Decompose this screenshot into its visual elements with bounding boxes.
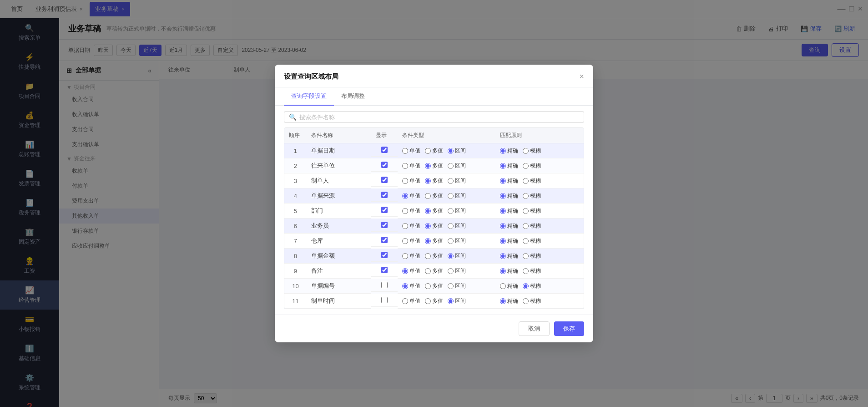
type-radio-多值-11[interactable] xyxy=(425,298,431,304)
type-radio-多值-1[interactable] xyxy=(425,148,431,154)
type-option-单值-1[interactable]: 单值 xyxy=(402,147,420,155)
match-option-模糊-8[interactable]: 模糊 xyxy=(523,252,541,260)
type-radio-单值-3[interactable] xyxy=(402,178,408,184)
match-option-模糊-1[interactable]: 模糊 xyxy=(523,147,541,155)
modal-close-icon[interactable]: × xyxy=(579,72,584,87)
type-option-单值-4[interactable]: 单值 xyxy=(402,192,420,200)
match-radio-精确-1[interactable] xyxy=(500,148,506,154)
type-radio-单值-5[interactable] xyxy=(402,208,408,214)
type-radio-单值-4[interactable] xyxy=(402,193,408,199)
type-option-多值-8[interactable]: 多值 xyxy=(425,252,443,260)
type-option-区间-10[interactable]: 区间 xyxy=(448,282,466,290)
type-radio-单值-1[interactable] xyxy=(402,148,408,154)
match-option-模糊-4[interactable]: 模糊 xyxy=(523,192,541,200)
type-radio-区间-11[interactable] xyxy=(448,298,454,304)
show-checkbox-2[interactable] xyxy=(381,162,388,168)
type-option-多值-10[interactable]: 多值 xyxy=(425,282,443,290)
match-radio-模糊-8[interactable] xyxy=(523,253,529,259)
show-checkbox-3[interactable] xyxy=(381,177,388,183)
type-option-区间-11[interactable]: 区间 xyxy=(448,297,466,305)
type-option-区间-4[interactable]: 区间 xyxy=(448,192,466,200)
match-radio-模糊-5[interactable] xyxy=(523,208,529,214)
type-option-区间-8[interactable]: 区间 xyxy=(448,252,466,260)
match-option-精确-8[interactable]: 精确 xyxy=(500,252,518,260)
show-checkbox-9[interactable] xyxy=(381,267,388,273)
cancel-button[interactable]: 取消 xyxy=(519,321,550,336)
type-option-多值-6[interactable]: 多值 xyxy=(425,222,443,230)
type-option-单值-11[interactable]: 单值 xyxy=(402,297,420,305)
match-option-精确-9[interactable]: 精确 xyxy=(500,267,518,275)
save-button[interactable]: 保存 xyxy=(554,321,584,336)
match-radio-模糊-10[interactable] xyxy=(523,283,529,289)
match-option-模糊-3[interactable]: 模糊 xyxy=(523,177,541,185)
tab-layout-adjust[interactable]: 布局调整 xyxy=(334,87,372,106)
match-radio-精确-2[interactable] xyxy=(500,163,506,169)
type-radio-单值-9[interactable] xyxy=(402,268,408,274)
type-option-单值-2[interactable]: 单值 xyxy=(402,162,420,170)
type-radio-多值-9[interactable] xyxy=(425,268,431,274)
match-radio-模糊-2[interactable] xyxy=(523,163,529,169)
match-radio-模糊-7[interactable] xyxy=(523,238,529,244)
type-option-多值-9[interactable]: 多值 xyxy=(425,267,443,275)
type-option-区间-3[interactable]: 区间 xyxy=(448,177,466,185)
tab-query-fields[interactable]: 查询字段设置 xyxy=(284,87,334,106)
type-option-区间-9[interactable]: 区间 xyxy=(448,267,466,275)
match-option-模糊-2[interactable]: 模糊 xyxy=(523,162,541,170)
match-radio-精确-7[interactable] xyxy=(500,238,506,244)
match-option-模糊-5[interactable]: 模糊 xyxy=(523,207,541,215)
type-option-单值-3[interactable]: 单值 xyxy=(402,177,420,185)
match-radio-模糊-1[interactable] xyxy=(523,148,529,154)
type-radio-区间-10[interactable] xyxy=(448,283,454,289)
type-option-区间-5[interactable]: 区间 xyxy=(448,207,466,215)
match-option-模糊-11[interactable]: 模糊 xyxy=(523,297,541,305)
type-option-区间-2[interactable]: 区间 xyxy=(448,162,466,170)
type-radio-单值-6[interactable] xyxy=(402,223,408,229)
type-radio-区间-1[interactable] xyxy=(448,148,454,154)
type-option-区间-6[interactable]: 区间 xyxy=(448,222,466,230)
show-checkbox-8[interactable] xyxy=(381,252,388,258)
show-checkbox-4[interactable] xyxy=(381,192,388,198)
match-option-精确-4[interactable]: 精确 xyxy=(500,192,518,200)
match-radio-精确-5[interactable] xyxy=(500,208,506,214)
type-option-多值-11[interactable]: 多值 xyxy=(425,297,443,305)
type-option-区间-7[interactable]: 区间 xyxy=(448,237,466,245)
type-option-多值-1[interactable]: 多值 xyxy=(425,147,443,155)
condition-search-input[interactable] xyxy=(299,114,579,121)
type-radio-单值-2[interactable] xyxy=(402,163,408,169)
match-option-精确-3[interactable]: 精确 xyxy=(500,177,518,185)
type-radio-区间-2[interactable] xyxy=(448,163,454,169)
match-option-精确-7[interactable]: 精确 xyxy=(500,237,518,245)
type-radio-多值-8[interactable] xyxy=(425,253,431,259)
type-option-多值-5[interactable]: 多值 xyxy=(425,207,443,215)
type-option-多值-3[interactable]: 多值 xyxy=(425,177,443,185)
match-option-精确-11[interactable]: 精确 xyxy=(500,297,518,305)
match-radio-精确-4[interactable] xyxy=(500,193,506,199)
show-checkbox-10[interactable] xyxy=(381,282,388,288)
type-radio-多值-7[interactable] xyxy=(425,238,431,244)
show-checkbox-7[interactable] xyxy=(381,237,388,243)
show-checkbox-5[interactable] xyxy=(381,207,388,213)
match-option-精确-5[interactable]: 精确 xyxy=(500,207,518,215)
show-checkbox-6[interactable] xyxy=(381,222,388,228)
type-option-多值-4[interactable]: 多值 xyxy=(425,192,443,200)
type-radio-单值-10[interactable] xyxy=(402,283,408,289)
match-radio-精确-8[interactable] xyxy=(500,253,506,259)
match-radio-精确-3[interactable] xyxy=(500,178,506,184)
type-radio-区间-3[interactable] xyxy=(448,178,454,184)
type-option-单值-9[interactable]: 单值 xyxy=(402,267,420,275)
type-radio-多值-10[interactable] xyxy=(425,283,431,289)
match-radio-模糊-4[interactable] xyxy=(523,193,529,199)
match-radio-精确-10[interactable] xyxy=(500,283,506,289)
type-radio-区间-9[interactable] xyxy=(448,268,454,274)
type-radio-单值-7[interactable] xyxy=(402,238,408,244)
type-option-多值-2[interactable]: 多值 xyxy=(425,162,443,170)
match-option-精确-1[interactable]: 精确 xyxy=(500,147,518,155)
match-radio-精确-9[interactable] xyxy=(500,268,506,274)
match-radio-精确-11[interactable] xyxy=(500,298,506,304)
type-option-单值-5[interactable]: 单值 xyxy=(402,207,420,215)
type-radio-多值-6[interactable] xyxy=(425,223,431,229)
type-option-单值-8[interactable]: 单值 xyxy=(402,252,420,260)
type-radio-单值-8[interactable] xyxy=(402,253,408,259)
type-radio-单值-11[interactable] xyxy=(402,298,408,304)
match-radio-模糊-9[interactable] xyxy=(523,268,529,274)
